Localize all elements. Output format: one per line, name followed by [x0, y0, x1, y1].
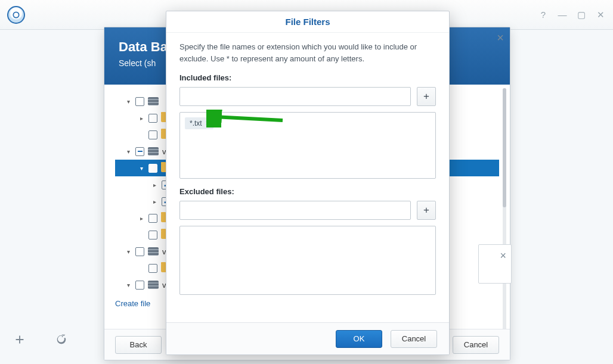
checkbox[interactable] — [135, 97, 144, 106]
help-icon[interactable]: ? — [538, 10, 549, 20]
modal-body: Specify the file names or extension whic… — [166, 33, 449, 322]
excluded-files-label: Excluded files: — [179, 187, 436, 196]
filter-tag-text: *.txt — [190, 119, 202, 127]
chevron-right-icon[interactable]: ▸ — [151, 198, 158, 205]
volume-icon — [148, 147, 159, 155]
wizard-close-icon[interactable]: × — [497, 31, 504, 45]
chevron-right-icon[interactable]: ▸ — [138, 214, 145, 222]
volume-icon — [148, 247, 159, 256]
create-file-filter-link[interactable]: Create file — [115, 299, 150, 308]
app-logo-icon[interactable] — [7, 6, 25, 24]
modal-description: Specify the file names or extension whic… — [179, 41, 436, 65]
back-button[interactable]: Back — [115, 336, 162, 354]
volume-icon — [148, 97, 159, 105]
chevron-down-icon[interactable]: ▾ — [125, 248, 132, 255]
checkbox[interactable] — [148, 264, 157, 273]
chevron-right-icon[interactable]: ▸ — [138, 114, 145, 122]
filter-tag-remove-icon[interactable]: × — [206, 119, 210, 127]
wizard-scrollbar[interactable] — [503, 88, 506, 329]
side-panel: × — [478, 244, 512, 284]
checkbox[interactable] — [135, 281, 144, 290]
maximize-icon[interactable]: ▢ — [576, 10, 587, 20]
volume-icon — [148, 281, 159, 289]
ok-button[interactable]: OK — [336, 330, 382, 348]
filter-tag: *.txt× — [185, 117, 213, 129]
side-toolbar — [11, 326, 94, 353]
history-icon[interactable] — [52, 331, 70, 349]
chevron-down-icon[interactable]: ▾ — [138, 164, 145, 172]
checkbox[interactable] — [135, 247, 144, 256]
included-add-button[interactable]: + — [417, 87, 436, 106]
excluded-files-input[interactable] — [179, 201, 411, 220]
toggle-spacer — [138, 131, 145, 138]
window-controls: ? — ▢ ✕ — [538, 10, 606, 20]
close-icon[interactable]: ✕ — [595, 10, 606, 20]
included-files-list[interactable]: *.txt× — [179, 112, 436, 179]
side-panel-close-icon[interactable]: × — [500, 250, 506, 262]
modal-cancel-button[interactable]: Cancel — [391, 330, 437, 348]
wizard-cancel-button[interactable]: Cancel — [453, 336, 499, 354]
modal-footer: OK Cancel — [166, 322, 449, 354]
modal-title: File Filters — [166, 11, 449, 33]
excluded-files-list[interactable] — [179, 226, 436, 295]
toggle-spacer — [138, 265, 145, 272]
chevron-down-icon[interactable]: ▾ — [125, 98, 132, 105]
file-filters-modal: File Filters Specify the file names or e… — [166, 11, 450, 355]
chevron-right-icon[interactable]: ▸ — [151, 181, 158, 188]
checkbox[interactable] — [135, 147, 144, 156]
chevron-down-icon[interactable]: ▾ — [125, 281, 132, 288]
add-icon[interactable] — [11, 331, 29, 349]
checkbox[interactable] — [148, 114, 157, 123]
checkbox[interactable] — [148, 214, 157, 223]
svg-point-0 — [13, 12, 18, 17]
minimize-icon[interactable]: — — [557, 10, 568, 20]
included-files-input[interactable] — [179, 87, 411, 106]
checkbox[interactable] — [148, 130, 157, 139]
checkbox[interactable] — [148, 164, 157, 173]
checkbox[interactable] — [148, 231, 157, 239]
included-files-label: Included files: — [179, 73, 436, 82]
excluded-add-button[interactable]: + — [417, 201, 436, 220]
chevron-down-icon[interactable]: ▾ — [125, 148, 132, 155]
toggle-spacer — [138, 231, 145, 238]
